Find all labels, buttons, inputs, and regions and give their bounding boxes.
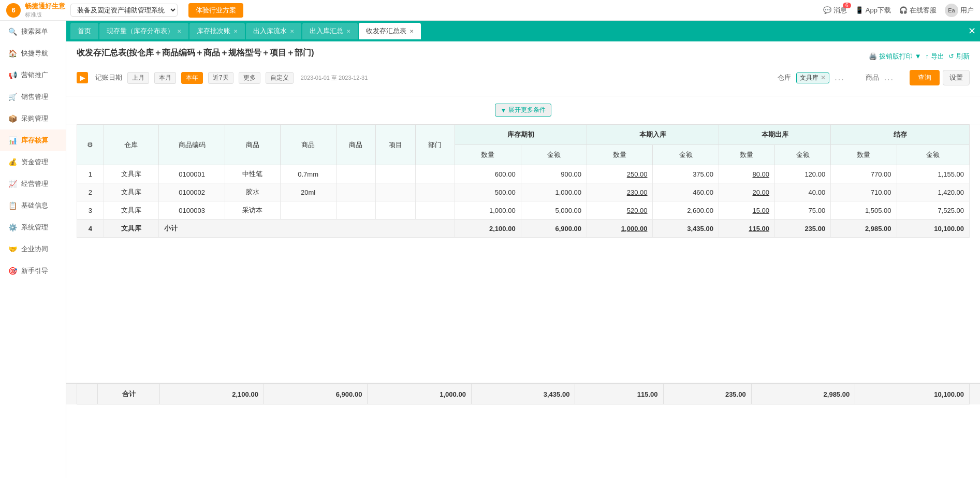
logo-number: 6 [11, 6, 15, 14]
sidebar-item-guide[interactable]: 🎯 新手引导 [0, 260, 66, 282]
sidebar-item-purchase[interactable]: 📦 采购管理 [0, 108, 66, 129]
footer-total: 合计 2,100.00 6,900.00 1,000.00 3,435.00 1… [66, 383, 980, 404]
sidebar-item-basic[interactable]: 📋 基础信息 [0, 195, 66, 216]
date-btn-this-month[interactable]: 本月 [154, 72, 176, 84]
tab-inventory-dist-label: 现存量（库存分布表） [107, 26, 174, 36]
row1-out-qty[interactable]: 80.00 [719, 165, 774, 183]
tab-batch[interactable]: 库存批次账 ✕ [189, 23, 245, 39]
system-icon: ⚙️ [8, 223, 17, 231]
warehouse-tag-remove[interactable]: ✕ [821, 74, 826, 81]
col-opening-qty-header: 数量 [455, 145, 521, 165]
col-in-group: 本期入库 [587, 125, 719, 145]
tab-inventory-dist-close[interactable]: ✕ [177, 28, 181, 34]
sidebar-label-basic: 基础信息 [21, 201, 48, 210]
row3-project [376, 201, 416, 220]
page-header-section: 收发存汇总表(按仓库＋商品编码＋商品＋规格型号＋项目＋部门) 🖨️ 拨销版打印 … [66, 41, 980, 96]
total-op-qty: 2,100.00 [160, 384, 264, 404]
col-project-header: 项目 [376, 125, 416, 165]
headset-icon: 🎧 [899, 6, 908, 14]
col-product-unit-header: 商品 [336, 125, 376, 165]
product-more-dots[interactable]: ... [884, 73, 894, 82]
purchase-icon: 📦 [8, 114, 17, 123]
total-in-amt: 3,435.00 [471, 384, 575, 404]
sidebar-item-system[interactable]: ⚙️ 系统管理 [0, 216, 66, 238]
tab-stock-summary[interactable]: 收发存汇总表 ✕ [359, 23, 421, 39]
col-settings-header[interactable]: ⚙ [77, 125, 104, 165]
date-btn-more[interactable]: 更多 [239, 72, 260, 84]
sidebar-label-search: 搜索菜单 [21, 27, 48, 36]
expand-icon: ▼ [501, 107, 507, 114]
row2-op-amt: 1,000.00 [521, 183, 587, 201]
sidebar-label-system: 系统管理 [21, 223, 48, 232]
sidebar-item-finance[interactable]: 💰 资金管理 [0, 151, 66, 173]
date-btn-custom[interactable]: 自定义 [266, 72, 294, 84]
user-area[interactable]: Ea 用户 [945, 4, 974, 17]
row3-in-qty[interactable]: 520.00 [587, 201, 653, 220]
filter-toggle-btn[interactable]: ▶ [77, 72, 88, 83]
message-badge: 6 [843, 3, 851, 8]
tab-inout-flow-close[interactable]: ✕ [290, 28, 294, 34]
tab-inout-summary-label: 出入库汇总 [310, 26, 343, 36]
row2-in-qty[interactable]: 230.00 [587, 183, 653, 201]
sidebar-item-search[interactable]: 🔍 搜索菜单 [0, 21, 66, 42]
sidebar-item-sales[interactable]: 🛒 销售管理 [0, 86, 66, 108]
message-icon-area[interactable]: 💬 消息 6 [823, 6, 847, 15]
date-btn-7days[interactable]: 近7天 [208, 72, 233, 84]
sidebar-item-operations[interactable]: 📈 经营管理 [0, 173, 66, 195]
row1-spec: 0.7mm [280, 165, 336, 183]
sidebar-item-quicknav[interactable]: 🏠 快捷导航 [0, 42, 66, 64]
product-label: 商品 [866, 73, 879, 82]
date-btn-last-month[interactable]: 上月 [127, 72, 149, 84]
app-download-area[interactable]: 📱 App下载 [855, 6, 891, 15]
sidebar-item-inventory[interactable]: 📊 库存核算 [0, 129, 66, 151]
row2-out-qty[interactable]: 20.00 [719, 183, 774, 201]
warehouse-tag[interactable]: 文具库 ✕ [796, 73, 829, 83]
total-out-qty: 115.00 [575, 384, 663, 404]
page-title: 收发存汇总表(按仓库＋商品编码＋商品＋规格型号＋项目＋部门) [77, 48, 314, 59]
guide-icon: 🎯 [8, 267, 17, 275]
row1-bal-amt: 1,155.00 [897, 165, 969, 183]
tab-home[interactable]: 首页 [70, 23, 98, 39]
query-btn[interactable]: 查询 [910, 70, 940, 85]
sidebar-item-marketing[interactable]: 📢 营销推广 [0, 64, 66, 86]
tab-inout-summary-close[interactable]: ✕ [346, 28, 350, 34]
refresh-btn[interactable]: ↺ 刷新 [948, 52, 970, 61]
row2-idx: 2 [77, 183, 104, 201]
export-btn[interactable]: ↑ 导出 [926, 52, 945, 61]
row1-project [376, 165, 416, 183]
row1-in-qty[interactable]: 250.00 [587, 165, 653, 183]
settings-btn[interactable]: 设置 [943, 70, 970, 85]
row3-bal-amt: 7,525.00 [897, 201, 969, 220]
tab-inventory-dist[interactable]: 现存量（库存分布表） ✕ [99, 23, 188, 39]
operations-icon: 📈 [8, 180, 17, 188]
sidebar-label-sales: 销售管理 [21, 92, 48, 102]
experience-btn[interactable]: 体验行业方案 [188, 3, 243, 18]
sidebar-item-enterprise[interactable]: 🤝 企业协同 [0, 238, 66, 260]
tab-stock-summary-close[interactable]: ✕ [409, 28, 414, 34]
sidebar-label-enterprise: 企业协同 [21, 244, 48, 254]
row1-idx: 1 [77, 165, 104, 183]
online-service-area[interactable]: 🎧 在线客服 [899, 6, 937, 15]
tab-close-all[interactable]: ✕ [968, 25, 976, 37]
top-bar: 6 畅捷通好生意 标准版 装备及固定资产辅助管理系统 装备及固定资产辅助管理系统… [0, 0, 980, 21]
subtotal-warehouse: 文具库 [104, 220, 159, 238]
subtotal-in-amt: 3,435.00 [653, 220, 719, 238]
expand-more-btn[interactable]: ▼ 展开更多条件 [495, 104, 552, 117]
row3-idx: 3 [77, 201, 104, 220]
sidebar: 🔍 搜索菜单 🏠 快捷导航 📢 营销推广 🛒 销售管理 📦 采购管 [0, 21, 66, 478]
row3-out-qty[interactable]: 15.00 [719, 201, 774, 220]
col-bal-qty-header: 数量 [831, 145, 897, 165]
user-label: 用户 [960, 6, 974, 15]
phone-icon: 📱 [855, 6, 864, 14]
tab-batch-close[interactable]: ✕ [233, 28, 238, 34]
row1-warehouse: 文具库 [104, 165, 159, 183]
tab-inout-flow[interactable]: 出入库流水 ✕ [246, 23, 301, 39]
date-btn-this-year[interactable]: 本年 [181, 72, 203, 84]
tab-inout-summary[interactable]: 出入库汇总 ✕ [302, 23, 358, 39]
print-btn[interactable]: 🖨️ 拨销版打印 ▼ [869, 52, 922, 61]
sidebar-label-operations: 经营管理 [21, 179, 48, 189]
system-selector[interactable]: 装备及固定资产辅助管理系统 [70, 4, 178, 17]
refresh-icon: ↺ [948, 52, 954, 60]
basic-icon: 📋 [8, 201, 17, 210]
warehouse-more-dots[interactable]: ... [835, 73, 844, 82]
